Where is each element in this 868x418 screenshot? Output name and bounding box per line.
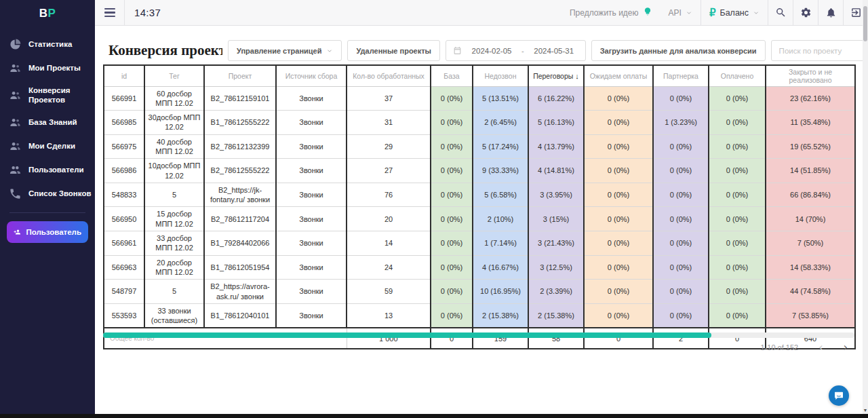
project-search-input[interactable] xyxy=(771,40,868,61)
scroll-down-arrow-icon[interactable]: ▼ xyxy=(863,407,868,414)
page-vertical-scrollbar[interactable]: ▼ xyxy=(863,0,868,414)
table-cell: 0 (0%) xyxy=(653,207,709,231)
next-page-button[interactable]: › xyxy=(844,342,848,353)
api-menu[interactable]: API xyxy=(660,0,701,25)
column-header[interactable]: Закрыто и не реализовано xyxy=(766,65,855,86)
sidebar-item-label: База Знаний xyxy=(28,117,77,127)
table-cell: 30досбор МПП 12.02 xyxy=(144,111,204,135)
table-cell: Звонки xyxy=(276,303,347,328)
column-header[interactable]: id xyxy=(104,65,144,86)
sidebar-divider xyxy=(9,212,85,213)
sidebar-item-users[interactable]: Пользователи xyxy=(0,158,95,182)
sidebar-item-label: Мои Сделки xyxy=(28,141,75,151)
sidebar-item-label: Конверсия Проектов xyxy=(28,86,95,105)
date-to-input[interactable] xyxy=(530,47,578,55)
table-cell: 0 (0%) xyxy=(584,303,653,328)
pie-chart-icon xyxy=(9,38,22,51)
column-header[interactable]: Проект xyxy=(204,65,276,86)
table-cell: 0 (0%) xyxy=(709,231,766,256)
table-cell: 76 xyxy=(347,183,431,207)
table-cell: 5 (17.24%) xyxy=(473,134,528,159)
date-from-input[interactable] xyxy=(467,47,516,55)
balance-label: Баланс xyxy=(719,8,749,18)
table-cell: B1_78612040101 xyxy=(204,303,276,328)
table-cell: 0 (0%) xyxy=(431,303,473,328)
table-cell: 566991 xyxy=(104,86,144,111)
table-cell: 20 досбор МПП 12.02 xyxy=(144,255,204,280)
settings-button[interactable] xyxy=(793,0,818,25)
column-header[interactable]: Недозвон xyxy=(473,65,528,86)
totals-row: Общее кол-во1 000015958020640 xyxy=(104,328,855,349)
search-button[interactable] xyxy=(768,0,793,25)
sidebar-item-statistics[interactable]: Статистика xyxy=(0,33,95,56)
table-row: 56696320 досбор МПП 12.02B1_78612051954З… xyxy=(104,255,855,280)
rouble-icon: ₽ xyxy=(709,7,716,19)
table-cell: 7 (53.85%) xyxy=(766,303,855,328)
table-cell: 66 (86.84%) xyxy=(766,183,855,207)
table-cell: 3 (12.5%) xyxy=(528,255,584,280)
hamburger-menu-button[interactable] xyxy=(95,0,125,25)
sidebar-item-projects-conversion[interactable]: Конверсия Проектов xyxy=(0,80,95,111)
table-cell: Звонки xyxy=(276,207,347,231)
table-cell: 0 (0%) xyxy=(653,255,709,280)
table-cell: 566961 xyxy=(104,231,144,256)
manage-page-button[interactable]: Управление страницей xyxy=(228,40,342,61)
column-header[interactable]: Ожидаем оплаты xyxy=(584,65,653,86)
page-horizontal-scrollbar[interactable] xyxy=(0,414,868,418)
table-cell: Звонки xyxy=(276,86,347,111)
sidebar-item-my-projects[interactable]: Мои Проекты xyxy=(0,56,95,80)
table-cell: 1 (7.14%) xyxy=(473,231,528,256)
table-cell: Звонки xyxy=(276,111,347,135)
chat-widget-button[interactable] xyxy=(829,385,849,406)
table-cell: B2_https://avrora-ask.ru/ звонки xyxy=(204,280,276,304)
sidebar-item-call-list[interactable]: Список Звонков xyxy=(0,182,95,206)
table-cell: 0 (0%) xyxy=(653,231,709,256)
previous-page-button[interactable]: ‹ xyxy=(818,342,823,353)
table-cell: Звонки xyxy=(276,280,347,304)
load-conversion-data-button[interactable]: Загрузить данные для анализа конверсии xyxy=(591,40,766,61)
table-cell: 24 xyxy=(347,255,431,280)
table-cell: Звонки xyxy=(276,231,347,256)
table-cell: 0 (0%) xyxy=(584,255,653,280)
table-cell: 3 (3.95%) xyxy=(528,183,584,207)
column-header[interactable]: Партнерка xyxy=(653,65,709,86)
table-cell: 3 (15%) xyxy=(528,207,584,231)
column-header[interactable]: Кол-во обработанных xyxy=(347,65,431,86)
scrollbar-thumb[interactable] xyxy=(103,332,711,338)
page-title: Конверсия проектов xyxy=(108,42,222,59)
sidebar-item-label: Статистика xyxy=(28,39,72,49)
scrollbar-thumb[interactable] xyxy=(863,6,867,41)
app-logo[interactable]: BP xyxy=(0,0,95,28)
table-cell: 15 досбор МПП 12.02 xyxy=(144,207,204,231)
table-cell: 0 (0%) xyxy=(431,134,473,159)
sidebar-item-knowledge-base[interactable]: База Знаний xyxy=(0,111,95,134)
table-cell: 29 xyxy=(347,134,431,159)
table-cell: 0 (0%) xyxy=(584,86,653,111)
deleted-projects-button[interactable]: Удаленные проекты xyxy=(347,40,440,61)
table-cell: 0 (0%) xyxy=(431,280,473,304)
column-header[interactable]: Тег xyxy=(144,65,204,86)
table-cell: 5 (13.51%) xyxy=(473,86,528,111)
table-cell: B2_78612159101 xyxy=(204,86,276,111)
table-cell: 11 (35.48%) xyxy=(766,111,855,135)
column-header[interactable]: База xyxy=(431,65,473,86)
sidebar-item-my-deals[interactable]: Мои Сделки xyxy=(0,134,95,158)
table-cell: 44 (74.58%) xyxy=(766,280,855,304)
column-header[interactable]: Источник сбора xyxy=(276,65,347,86)
table-cell: 2 (6.45%) xyxy=(473,111,528,135)
table-cell: 7 (50%) xyxy=(766,231,855,256)
conversion-table-wrap: idТегПроектИсточник сбораКол-во обработа… xyxy=(103,64,856,349)
column-header[interactable]: Переговоры↓ xyxy=(528,65,584,86)
balance-menu[interactable]: ₽ Баланс xyxy=(701,0,768,25)
table-cell: 0 (0%) xyxy=(709,303,766,328)
notifications-button[interactable] xyxy=(818,0,843,25)
chat-bubble-icon xyxy=(833,390,844,401)
suggest-idea-link[interactable]: Предложить идею xyxy=(561,0,660,25)
calendar-icon xyxy=(453,46,462,55)
table-cell: 0 (0%) xyxy=(584,111,653,135)
table-cell: 0 (0%) xyxy=(709,111,766,135)
column-header[interactable]: Оплачено xyxy=(709,65,766,86)
table-cell: B2_78612117204 xyxy=(204,207,276,231)
api-label: API xyxy=(669,8,682,18)
user-button[interactable]: Пользователь xyxy=(7,221,88,243)
